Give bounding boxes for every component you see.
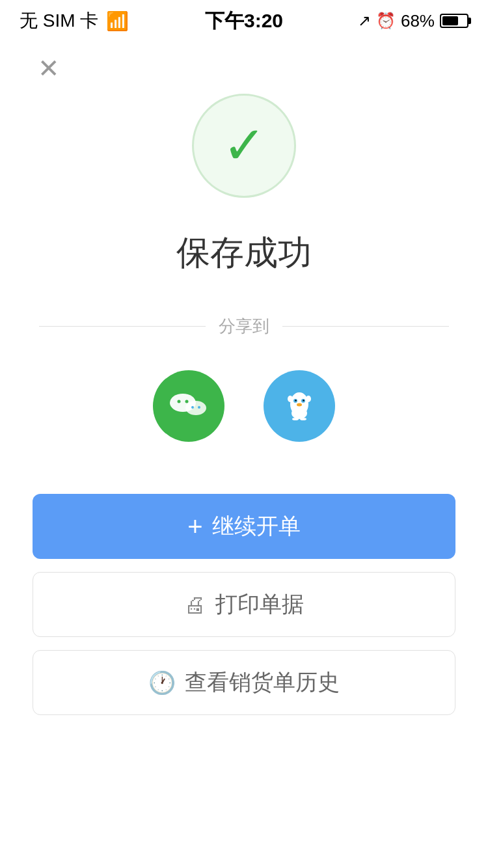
svg-point-14 bbox=[300, 418, 306, 420]
close-button[interactable]: ✕ bbox=[33, 52, 65, 85]
history-label: 查看销货单历史 bbox=[185, 668, 340, 698]
svg-point-12 bbox=[291, 407, 307, 419]
history-icon: 🕐 bbox=[148, 670, 176, 696]
close-icon: ✕ bbox=[38, 55, 60, 81]
main-content: ✓ 保存成功 分享到 bbox=[0, 42, 488, 715]
print-label: 打印单据 bbox=[215, 590, 304, 619]
svg-point-1 bbox=[185, 401, 206, 415]
share-label: 分享到 bbox=[206, 315, 282, 338]
svg-point-10 bbox=[303, 400, 304, 401]
wechat-share-button[interactable] bbox=[153, 370, 224, 442]
svg-point-4 bbox=[191, 406, 194, 409]
battery-icon bbox=[440, 14, 468, 28]
svg-point-11 bbox=[297, 403, 302, 407]
svg-point-16 bbox=[306, 396, 311, 402]
qq-icon bbox=[278, 385, 321, 427]
wifi-icon: 📶 bbox=[106, 10, 129, 32]
print-icon: 🖨 bbox=[184, 592, 206, 617]
success-circle: ✓ bbox=[192, 94, 296, 198]
status-carrier: 无 SIM 卡 📶 bbox=[20, 8, 129, 33]
divider-line-left bbox=[39, 326, 206, 327]
divider-line-right bbox=[282, 326, 449, 327]
svg-point-15 bbox=[288, 396, 293, 402]
buttons-section: + 继续开单 🖨 打印单据 🕐 查看销货单历史 bbox=[0, 494, 488, 715]
status-bar: 无 SIM 卡 📶 下午3:20 ↗ ⏰ 68% bbox=[0, 0, 488, 42]
continue-button[interactable]: + 继续开单 bbox=[33, 494, 455, 559]
svg-point-5 bbox=[198, 406, 200, 409]
continue-label: 继续开单 bbox=[212, 511, 301, 541]
qq-share-button[interactable] bbox=[264, 370, 335, 442]
print-button[interactable]: 🖨 打印单据 bbox=[33, 572, 455, 637]
share-divider: 分享到 bbox=[0, 315, 488, 338]
plus-icon: + bbox=[187, 512, 202, 541]
location-icon: ↗ bbox=[358, 12, 371, 30]
status-time: 下午3:20 bbox=[205, 8, 283, 34]
share-row bbox=[153, 370, 335, 442]
svg-point-9 bbox=[295, 400, 296, 401]
alarm-icon: ⏰ bbox=[376, 12, 396, 30]
success-title: 保存成功 bbox=[176, 230, 312, 276]
status-right: ↗ ⏰ 68% bbox=[358, 11, 468, 31]
checkmark-icon: ✓ bbox=[223, 120, 266, 172]
svg-point-3 bbox=[185, 400, 189, 403]
wechat-icon bbox=[166, 383, 211, 429]
svg-point-13 bbox=[292, 418, 299, 420]
battery-percent: 68% bbox=[401, 11, 435, 31]
svg-point-2 bbox=[178, 400, 181, 403]
history-button[interactable]: 🕐 查看销货单历史 bbox=[33, 650, 455, 715]
